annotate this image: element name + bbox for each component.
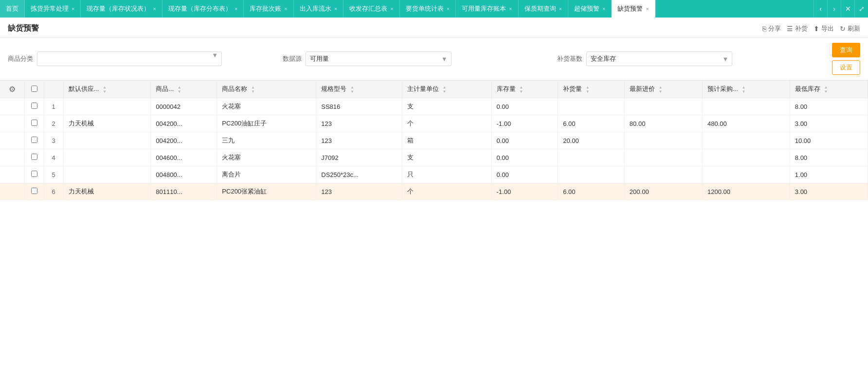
share-button[interactable]: ⎘ 分享 bbox=[762, 24, 781, 33]
tab-expiry-query[interactable]: 保质期查询 × bbox=[519, 0, 568, 18]
row-checkbox-2[interactable] bbox=[31, 120, 37, 126]
tab-next-button[interactable]: › bbox=[827, 0, 841, 18]
row-supplier-2: 力天机械 bbox=[63, 115, 151, 132]
row-checkbox-3[interactable] bbox=[31, 137, 37, 143]
row-checkbox-6[interactable] bbox=[31, 188, 37, 194]
col-header-spec: 规格型号 ▲ ▼ bbox=[316, 81, 402, 98]
tab-inventory-dist[interactable]: 现存量（库存分布表） × bbox=[163, 0, 244, 18]
row-latest-price-1 bbox=[624, 98, 702, 115]
col-header-stock: 库存量 ▲ ▼ bbox=[491, 81, 558, 98]
replenish-button[interactable]: ☰ 补货 bbox=[787, 24, 808, 33]
close-shortage-tab[interactable]: × bbox=[646, 6, 649, 12]
col-header-unit: 主计量单位 ▲ ▼ bbox=[402, 81, 491, 98]
table-settings-icon[interactable]: ⚙ bbox=[9, 85, 16, 93]
page-title: 缺货预警 bbox=[8, 23, 39, 34]
sort-min-stock[interactable]: ▲ ▼ bbox=[824, 86, 828, 94]
row-supplier-1 bbox=[63, 98, 151, 115]
row-est-purchase-6: 1200.00 bbox=[703, 183, 790, 200]
tab-available-ledger[interactable]: 可用量库存账本 × bbox=[456, 0, 518, 18]
close-order-stats-tab[interactable]: × bbox=[447, 6, 450, 12]
datasource-select-wrapper: 可用量 ▼ bbox=[306, 52, 452, 66]
row-name-5: 离合片 bbox=[217, 166, 316, 183]
query-button[interactable]: 查询 bbox=[832, 43, 860, 57]
close-exception-tab[interactable]: × bbox=[72, 6, 74, 12]
row-stock-5: 0.00 bbox=[491, 166, 558, 183]
tab-bar: 首页 拣货异常处理 × 现存量（库存状况表） × 现存量（库存分布表） × 库存… bbox=[0, 0, 868, 18]
row-settings-cell bbox=[0, 183, 24, 200]
row-checkbox-cell bbox=[24, 166, 44, 183]
close-recv-summary-tab[interactable]: × bbox=[390, 6, 393, 12]
col-header-supplier: 默认供应... ▲ ▼ bbox=[63, 81, 151, 98]
row-replenish-1 bbox=[558, 98, 625, 115]
row-est-purchase-4 bbox=[703, 149, 790, 166]
row-name-4: 火花塞 bbox=[217, 149, 316, 166]
row-unit-5: 只 bbox=[402, 166, 491, 183]
close-inout-flow-tab[interactable]: × bbox=[334, 6, 337, 12]
category-filter-group: 商品分类 ▼ bbox=[8, 52, 275, 66]
row-spec-4: J7092 bbox=[316, 149, 402, 166]
tab-batch-account[interactable]: 库存批次账 × bbox=[244, 0, 293, 18]
table-body: 1 0000042 火花塞 SS816 支 0.00 8.00 2 力天机械 0… bbox=[0, 98, 868, 200]
row-code-5: 004800... bbox=[151, 166, 217, 183]
datasource-select[interactable]: 可用量 bbox=[306, 52, 452, 66]
row-replenish-3: 20.00 bbox=[558, 132, 625, 149]
category-select-wrapper: ▼ bbox=[37, 52, 222, 66]
row-spec-2: 123 bbox=[316, 115, 402, 132]
row-checkbox-cell bbox=[24, 115, 44, 132]
header-actions: ⎘ 分享 ☰ 补货 ⬆ 导出 ↻ 刷新 bbox=[762, 24, 860, 33]
close-batch-account-tab[interactable]: × bbox=[284, 6, 287, 12]
col-header-min-stock: 最低库存 ▲ ▼ bbox=[790, 81, 868, 98]
sort-name[interactable]: ▲ ▼ bbox=[251, 86, 255, 94]
replenish-base-label: 补货基数 bbox=[557, 54, 582, 63]
sort-spec[interactable]: ▲ ▼ bbox=[350, 86, 354, 94]
sort-code[interactable]: ▲ ▼ bbox=[178, 86, 181, 94]
page-header: 缺货预警 ⎘ 分享 ☰ 补货 ⬆ 导出 ↻ 刷新 bbox=[0, 18, 868, 38]
replenish-base-select[interactable]: 安全库存 bbox=[586, 52, 732, 66]
row-num-2: 2 bbox=[44, 115, 63, 132]
sort-supplier[interactable]: ▲ ▼ bbox=[103, 86, 107, 94]
tab-prev-button[interactable]: ‹ bbox=[814, 0, 827, 18]
refresh-button[interactable]: ↻ 刷新 bbox=[840, 24, 860, 33]
row-checkbox-1[interactable] bbox=[31, 103, 37, 109]
row-unit-6: 个 bbox=[402, 183, 491, 200]
sort-replenish[interactable]: ▲ ▼ bbox=[586, 86, 590, 94]
sort-est-purchase[interactable]: ▲ ▼ bbox=[741, 86, 745, 94]
tab-close-all-button[interactable]: ✕ bbox=[841, 0, 854, 18]
row-checkbox-cell bbox=[24, 183, 44, 200]
tab-home[interactable]: 首页 bbox=[0, 0, 25, 18]
row-min-stock-3: 10.00 bbox=[790, 132, 868, 149]
tab-inout-flow[interactable]: 出入库流水 × bbox=[294, 0, 344, 18]
tab-shortage[interactable]: 缺货预警 × bbox=[612, 0, 655, 18]
category-input[interactable] bbox=[37, 52, 222, 66]
select-all-checkbox[interactable] bbox=[31, 86, 37, 92]
settings-button[interactable]: 设置 bbox=[832, 60, 860, 75]
row-min-stock-2: 3.00 bbox=[790, 115, 868, 132]
datasource-label: 数据源 bbox=[283, 54, 302, 63]
close-inventory-dist-tab[interactable]: × bbox=[235, 6, 237, 12]
row-checkbox-4[interactable] bbox=[31, 154, 37, 160]
export-button[interactable]: ⬆ 导出 bbox=[814, 24, 834, 33]
tab-order-stats[interactable]: 要货单统计表 × bbox=[400, 0, 456, 18]
close-expiry-query-tab[interactable]: × bbox=[559, 6, 562, 12]
tab-exception[interactable]: 拣货异常处理 × bbox=[25, 0, 81, 18]
row-checkbox-cell bbox=[24, 132, 44, 149]
tab-inventory-status[interactable]: 现存量（库存状况表） × bbox=[81, 0, 162, 18]
row-est-purchase-2: 480.00 bbox=[703, 115, 790, 132]
close-inventory-status-tab[interactable]: × bbox=[153, 6, 156, 12]
row-replenish-2: 6.00 bbox=[558, 115, 625, 132]
row-supplier-6: 力天机械 bbox=[63, 183, 151, 200]
tab-recv-summary[interactable]: 收发存汇总表 × bbox=[344, 0, 399, 18]
share-icon: ⎘ bbox=[762, 25, 766, 33]
sort-unit[interactable]: ▲ ▼ bbox=[442, 86, 446, 94]
close-available-ledger-tab[interactable]: × bbox=[509, 6, 512, 12]
tab-nav-buttons: ‹ › ✕ ⤢ bbox=[814, 0, 868, 18]
tab-overstock[interactable]: 超储预警 × bbox=[568, 0, 612, 18]
tab-maximize-button[interactable]: ⤢ bbox=[854, 0, 868, 18]
row-checkbox-5[interactable] bbox=[31, 171, 37, 177]
row-num-1: 1 bbox=[44, 98, 63, 115]
table-header-row: ⚙ 默认供应... ▲ ▼ 商品... bbox=[0, 81, 868, 98]
close-overstock-tab[interactable]: × bbox=[602, 6, 605, 12]
sort-latest-price[interactable]: ▲ ▼ bbox=[658, 86, 662, 94]
col-header-est-purchase: 预计采购... ▲ ▼ bbox=[703, 81, 790, 98]
sort-stock[interactable]: ▲ ▼ bbox=[519, 86, 523, 94]
